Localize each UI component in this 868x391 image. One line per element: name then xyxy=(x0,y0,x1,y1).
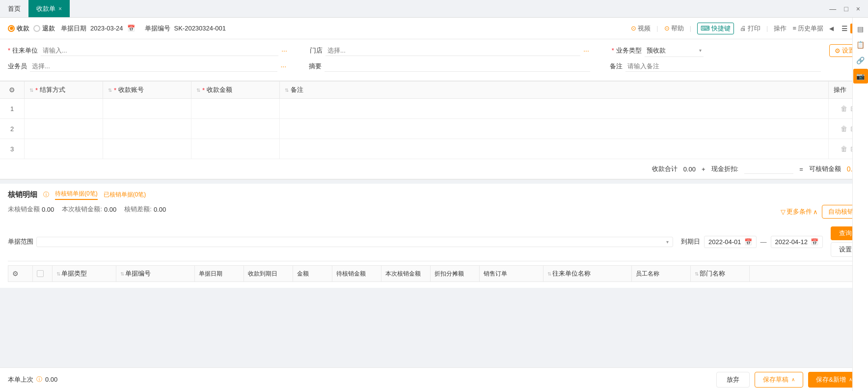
delete-icon[interactable]: 🗑 xyxy=(841,105,847,112)
eq-sign: = xyxy=(799,166,803,173)
row3-amount[interactable] xyxy=(191,139,280,159)
table-row: 2 🗑 ⊞ xyxy=(0,119,868,139)
verify-actions: ▽ 更多条件 ∧ 自动核销 xyxy=(781,205,860,219)
table-row: 3 🗑 ⊞ xyxy=(0,139,868,159)
th-settings[interactable]: ⚙ xyxy=(0,82,25,98)
row2-amount[interactable] xyxy=(191,119,280,139)
done-tab[interactable]: 已核销单据(0笔) xyxy=(104,191,146,199)
discard-button[interactable]: 放弃 xyxy=(716,372,750,388)
filter-row: 单据范围 ▾ 到期日 2022-04-01 📅 — 2022-04-12 📅 查… xyxy=(8,223,860,261)
bth-pending-amount: 待核销金额 xyxy=(332,266,381,281)
sidebar-icon-copy[interactable]: 📋 xyxy=(853,37,868,52)
pending-tab[interactable]: 待核销单据(0笔) xyxy=(55,190,98,200)
operate-button[interactable]: 操作 xyxy=(774,24,787,33)
tab-bar: 首页 收款单 × — □ × xyxy=(0,0,868,18)
radio-income-dot xyxy=(8,25,15,32)
video-button[interactable]: ⊙ 视频 xyxy=(631,24,651,33)
row2-payment[interactable] xyxy=(25,119,103,139)
select-all-checkbox[interactable] xyxy=(37,270,44,277)
sidebar-icon-table[interactable]: ▤ xyxy=(853,22,868,36)
date-to-value: 2022-04-12 xyxy=(775,238,808,246)
bth-doc-date: 单据日期 xyxy=(195,266,244,281)
delete-icon[interactable]: 🗑 xyxy=(841,145,847,153)
doc-scope-field: 单据范围 ▾ xyxy=(8,237,673,247)
close-window-button[interactable]: × xyxy=(854,5,862,13)
counterpart-more-button[interactable]: ··· xyxy=(278,47,290,55)
tab-close-icon[interactable]: × xyxy=(58,5,62,12)
radio-income[interactable]: 收款 xyxy=(8,24,29,33)
sidebar-icon-capture[interactable]: 📷 xyxy=(853,69,868,84)
doc-scope-select[interactable]: ▾ xyxy=(36,237,673,247)
toolbar-right: ⊙ 视频 | ⊙ 帮助 | ⌨ 快捷键 🖨 打印 | 操作 ≡ 历史单据 ◀ ☰… xyxy=(631,23,860,34)
row3-num: 3 xyxy=(0,139,25,159)
row2-remark[interactable] xyxy=(280,119,829,139)
row1-payment[interactable] xyxy=(25,99,103,118)
staff-more-button[interactable]: ··· xyxy=(277,62,289,70)
business-type-select[interactable]: 预收款 ▾ xyxy=(645,45,704,57)
business-type-field: * 业务类型 预收款 ▾ xyxy=(612,45,823,57)
scope-chevron-icon: ▾ xyxy=(666,239,669,245)
verify-info-icon[interactable]: ⓘ xyxy=(43,191,49,199)
radio-income-label: 收款 xyxy=(17,24,29,33)
row1-remark[interactable] xyxy=(280,99,829,118)
remark-input[interactable] xyxy=(625,61,821,72)
receipt-type-group: 收款 退款 xyxy=(8,24,55,33)
bth-gear[interactable]: ⚙ xyxy=(8,266,33,281)
current-stat: 本次核销金额: 0.00 xyxy=(62,205,116,214)
store-input[interactable] xyxy=(326,45,580,56)
row3-payment[interactable] xyxy=(25,139,103,159)
settings-icon: ⚙ xyxy=(835,47,841,55)
row1-account[interactable] xyxy=(103,99,191,118)
minimize-button[interactable]: — xyxy=(827,5,838,13)
collection-label: 收款合计 xyxy=(652,165,678,173)
remark-field: 备注 xyxy=(610,61,821,72)
date-dash: — xyxy=(760,238,767,246)
right-sidebar: ▤ 📋 🔗 📷 xyxy=(852,18,868,391)
row2-account[interactable] xyxy=(103,119,191,139)
staff-input[interactable] xyxy=(30,61,277,72)
tab-home[interactable]: 首页 xyxy=(0,0,28,17)
sidebar-icon-link[interactable]: 🔗 xyxy=(853,53,868,68)
row3-remark[interactable] xyxy=(280,139,829,159)
date-label: 单据日期 xyxy=(61,24,86,33)
shortcut-button[interactable]: ⌨ 快捷键 xyxy=(697,23,734,34)
bth-checkbox[interactable] xyxy=(33,266,53,281)
receipt-table: ⚙ ⇅ * 结算方式 ⇅ * 收款账号 ⇅ * 收款金额 ⇅ 备注 操作 1 � xyxy=(0,81,868,159)
maximize-button[interactable]: □ xyxy=(842,5,850,13)
prev-button[interactable]: ◀ xyxy=(829,25,834,32)
row1-amount[interactable] xyxy=(191,99,280,118)
store-more-button[interactable]: ··· xyxy=(580,47,592,55)
draft-arrow-icon: ∧ xyxy=(791,377,795,382)
result-label: 可核销金额 xyxy=(809,165,841,173)
footer-info-icon[interactable]: ⓘ xyxy=(36,375,42,384)
tab-active[interactable]: 收款单 × xyxy=(28,0,70,17)
store-label: 门店 xyxy=(310,46,326,55)
bth-counterpart: ⇅ 往来单位名称 xyxy=(543,266,632,281)
radio-refund[interactable]: 退款 xyxy=(33,24,55,33)
history-button[interactable]: ≡ 历史单据 xyxy=(792,24,823,33)
th-payment-method: ⇅ * 结算方式 xyxy=(25,82,103,98)
save-draft-button[interactable]: 保存草稿 ∧ xyxy=(755,372,803,388)
form-row-2: 业务员 ··· 摘要 备注 xyxy=(8,61,860,72)
list-view-button[interactable]: ☰ xyxy=(840,24,849,33)
verification-section: 核销明细 ⓘ 待核销单据(0笔) 已核销单据(0笔) 未核销金额 0.00 本次… xyxy=(0,184,868,288)
counterpart-input[interactable] xyxy=(41,45,279,56)
counterpart-label: * 往来单位 xyxy=(8,46,41,55)
due-date-label: 到期日 xyxy=(681,237,700,246)
more-conditions-button[interactable]: ▽ 更多条件 ∧ xyxy=(781,207,818,216)
calendar-icon[interactable]: 📅 xyxy=(127,25,135,32)
date-from-input[interactable]: 2022-04-01 📅 xyxy=(704,236,757,248)
date-to-input[interactable]: 2022-04-12 📅 xyxy=(771,236,823,248)
window-controls: — □ × xyxy=(827,5,868,13)
summary-row: 收款合计 0.00 + 现金折扣: = 可核销金额 0.00 xyxy=(0,159,868,180)
discount-input[interactable] xyxy=(744,164,793,174)
help-button[interactable]: ⊙ 帮助 xyxy=(664,24,684,33)
row3-account[interactable] xyxy=(103,139,191,159)
print-button[interactable]: 🖨 打印 xyxy=(740,24,760,33)
delete-icon[interactable]: 🗑 xyxy=(841,125,847,133)
save-draft-label: 保存草稿 xyxy=(763,375,788,384)
unclaimed-value: 0.00 xyxy=(42,206,54,213)
unclaimed-stat: 未核销金额 0.00 xyxy=(8,205,54,214)
summary-input[interactable] xyxy=(325,61,590,72)
collection-value: 0.00 xyxy=(683,166,696,173)
